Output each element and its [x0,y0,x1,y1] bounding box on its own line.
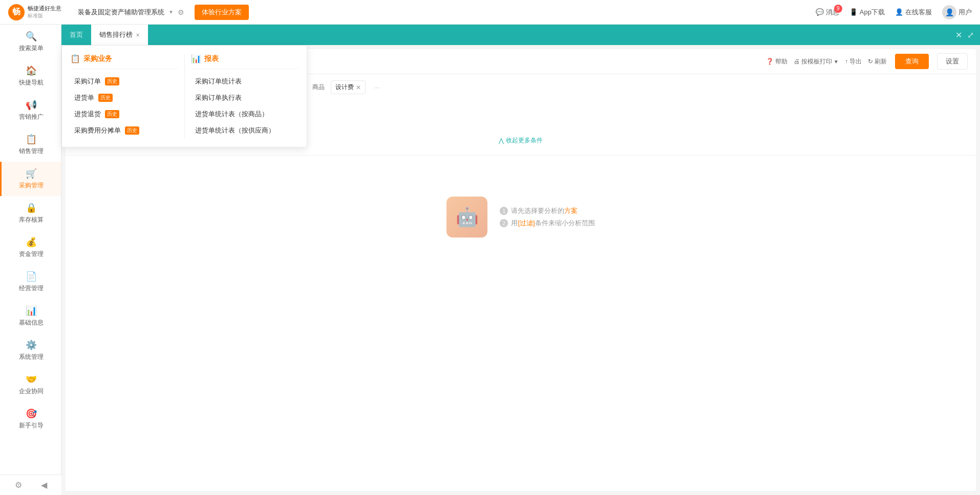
app-download-label: App下载 [860,8,885,17]
money-icon: 💰 [26,236,37,248]
online-service-label: 在线客服 [905,8,932,17]
service-icon: 👤 [895,8,903,16]
purchase-col-title: 📋 采购业务 [70,54,178,69]
collapse-sidebar-icon[interactable]: ◀ [41,480,47,490]
goods-tag[interactable]: 设计费 ✕ [331,80,366,94]
sidebar-item-search[interactable]: 🔍 搜索菜单 [0,25,61,59]
help-button[interactable]: ❓ 帮助 [766,57,787,66]
refresh-icon: ↻ [868,58,873,65]
message-button[interactable]: 💬 消息 9 [816,8,839,17]
industry-button[interactable]: 体验行业方案 [195,5,249,20]
print-chevron-icon: ▼ [834,59,839,64]
help-icon: ❓ [766,58,774,65]
dropdown-item-report-4[interactable]: 进货单统计表（按供应商） [191,122,299,139]
sidebar-item-label: 基础信息 [19,318,44,327]
megaphone-icon: 📢 [26,99,37,111]
gear-icon[interactable]: ⚙ [178,8,184,16]
avatar: 👤 [942,5,956,19]
print-icon: 🖨 [794,58,800,65]
report-col-icon: 📊 [191,54,201,63]
empty-tip-2: 2 用[过滤]条件来缩小分析范围 [500,219,594,228]
empty-tip-1: 1 请先选择要分析的方案 [500,206,594,216]
sidebar-item-label: 资金管理 [19,250,44,259]
logo-sub: 标准版 [28,12,61,19]
online-service-button[interactable]: 👤 在线客服 [895,8,932,17]
app-download-button[interactable]: 📱 App下载 [849,8,885,17]
doc-icon: 📄 [26,271,37,282]
dropdown-item-purchase-order[interactable]: 采购订单 历史 [70,73,178,90]
hist-badge: 历史 [125,126,139,135]
sidebar-item-label: 系统管理 [19,353,44,361]
dropdown-item-report-3[interactable]: 进货单统计表（按商品） [191,106,299,122]
sidebar-item-label: 销售管理 [19,147,44,156]
sidebar-item-nav[interactable]: 🏠 快捷导航 [0,59,61,93]
sidebar-bottom: ⚙ ◀ [0,475,61,495]
sidebar-item-sales[interactable]: 📋 销售管理 [0,127,61,162]
sidebar-item-system[interactable]: ⚙️ 系统管理 [0,333,61,368]
system-icon: ⚙️ [26,339,37,351]
tab-close-all-icon[interactable]: ✕ [953,28,964,42]
purchase-col-icon: 📋 [70,54,80,63]
phone-icon: 📱 [849,8,858,16]
logo: 畅 畅捷通好生意 标准版 [8,4,70,20]
sidebar-item-finance[interactable]: 💰 资金管理 [0,230,61,265]
tab-sales-rank[interactable]: 销售排行榜 ✕ [91,25,148,45]
sidebar-item-label: 采购管理 [19,181,44,190]
tab-home[interactable]: 首页 [61,25,91,45]
sidebar-item-basic-info[interactable]: 📊 基础信息 [0,299,61,333]
tip-num-1: 1 [500,207,508,215]
sidebar-item-marketing[interactable]: 📢 营销推广 [0,93,61,127]
report-col-title: 📊 报表 [191,54,299,69]
message-badge: 9 [834,5,842,13]
sales-icon: 📋 [26,134,37,145]
sidebar-item-label: 搜索菜单 [19,44,44,53]
tip-num-2: 2 [500,219,508,227]
user-label: 用户 [958,8,972,17]
sidebar-item-label: 快捷导航 [19,78,44,87]
handshake-icon: 🤝 [26,374,37,385]
sidebar-item-inventory[interactable]: 🔒 库存核算 [0,196,61,230]
dropdown-item-return[interactable]: 进货退货 历史 [70,106,178,122]
toolbar-right: ❓ 帮助 🖨 按模板打印 ▼ ↑ 导出 ↻ 刷新 [766,57,887,66]
goods-more-icon[interactable]: ··· [374,83,379,91]
goods-label: 商品 [312,83,325,92]
sidebar-item-operation[interactable]: 📄 经营管理 [0,265,61,299]
setting-button[interactable]: 设置 [937,53,968,70]
settings-bottom-icon[interactable]: ⚙ [15,480,22,490]
user-button[interactable]: 👤 用户 [942,5,972,19]
print-button[interactable]: 🖨 按模板打印 ▼ [794,57,839,66]
sidebar-item-label: 库存核算 [19,216,44,224]
logo-name: 畅捷通好生意 [28,5,61,12]
dropdown-item-expense[interactable]: 采购费用分摊单 历史 [70,122,178,139]
logo-icon: 畅 [8,4,25,20]
tab-expand-icon[interactable]: ⤢ [965,28,976,42]
refresh-button[interactable]: ↻ 刷新 [868,57,887,66]
tab-home-label: 首页 [70,30,83,39]
system-name: 装备及固定资产辅助管理系统 [78,8,164,17]
dropdown-item-report-2[interactable]: 采购订单执行表 [191,90,299,106]
lock-icon: 🔒 [26,202,37,213]
sidebar-item-guide[interactable]: 🎯 新手引导 [0,402,61,436]
report-col: 📊 报表 采购订单统计表 采购订单执行表 进货单统计表（按商品） 进货单统计表（… [191,54,299,139]
tab-sales-rank-label: 销售排行榜 [99,30,133,39]
tabbar-actions: ✕ ⤢ [953,25,980,45]
empty-state: 🤖 1 请先选择要分析的方案 2 用[过滤]条件来缩小分析范围 [66,156,976,278]
empty-tips: 1 请先选择要分析的方案 2 用[过滤]条件来缩小分析范围 [500,206,594,228]
chart-icon: 📊 [26,305,37,316]
sidebar-item-enterprise[interactable]: 🤝 企业协同 [0,368,61,402]
dropdown-item-report-1[interactable]: 采购订单统计表 [191,73,299,90]
sidebar-item-label: 营销推广 [19,113,44,121]
topbar-right: 💬 消息 9 📱 App下载 👤 在线客服 👤 用户 [816,5,972,19]
tab-close-icon[interactable]: ✕ [136,32,140,38]
export-button[interactable]: ↑ 导出 [845,57,862,66]
export-icon: ↑ [845,58,848,65]
guide-icon: 🎯 [26,408,37,419]
dropdown-item-inbound[interactable]: 进货单 历史 [70,90,178,106]
purchase-dropdown: 📋 采购业务 采购订单 历史 进货单 历史 进货退货 历史 采购费用分摊单 历史 [61,45,307,147]
collapse-button[interactable]: ⋀ 收起更多条件 [491,134,551,147]
system-chevron-icon[interactable]: ▼ [168,9,174,15]
goods-tag-close-icon[interactable]: ✕ [356,84,361,91]
query-button[interactable]: 查询 [895,54,929,69]
sidebar-item-label: 新手引导 [19,421,44,430]
sidebar-item-purchase[interactable]: 🛒 采购管理 [0,162,61,196]
